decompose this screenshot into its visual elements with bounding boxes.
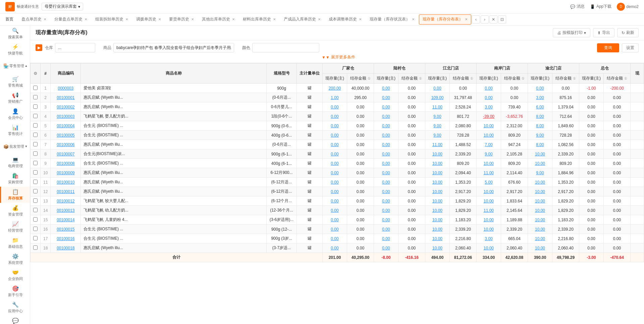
expand-conditions-btn[interactable]: ▼▼ 展开更多条件 — [322, 54, 355, 60]
tab-sub-inventory[interactable]: 分量盘点单历史 ✕ — [51, 14, 91, 25]
tab-close-icon[interactable]: ✕ — [273, 17, 276, 21]
store-selector[interactable]: 母婴行业演示库套 ▾ — [42, 3, 83, 10]
filter-toggle-btn[interactable]: ▶ — [36, 44, 42, 51]
tab-close-icon[interactable]: ✕ — [232, 17, 235, 21]
total-extra — [631, 253, 644, 262]
tab-inventory-history[interactable]: 盘点单历史 ✕ — [18, 14, 50, 25]
cell-checkbox[interactable] — [31, 168, 41, 178]
cell-checkbox[interactable] — [31, 84, 41, 93]
total-changjia-cur: 201.00 — [323, 253, 347, 262]
cell-checkbox[interactable] — [31, 131, 41, 140]
sidebar-item-guide[interactable]: 🎯 新手引导 — [0, 283, 30, 299]
sidebar-item-marketing[interactable]: 📢 营销推广 — [0, 90, 30, 106]
tab-stock-distribution[interactable]: 现存量（库存分布表） ✕ — [419, 14, 471, 25]
tab-assemble[interactable]: 组装拆卸单历史 ✕ — [92, 14, 132, 25]
cell-num: 9 — [41, 159, 51, 168]
app-download-btn[interactable]: 📱 App下载 — [590, 4, 611, 9]
cell-jiangbei-cur: 109.00 — [425, 93, 450, 102]
sidebar-item-operations[interactable]: 📈 经营管理 — [0, 219, 30, 235]
sidebar-label: 系统管理 — [8, 260, 23, 265]
tab-home[interactable]: 首页 — [2, 14, 17, 25]
sidebar-item-retail-stats[interactable]: 📊 零售统计 — [0, 122, 30, 138]
sidebar-item-wholesale[interactable]: 📦 批发管理 ▼ — [0, 138, 30, 154]
refresh-btn[interactable]: ↻ 刷新 — [617, 28, 639, 37]
total-yubei-amt: 49,798.29 — [552, 253, 579, 262]
cell-unit: 罐 — [297, 112, 323, 121]
tab-close-icon[interactable]: ✕ — [412, 17, 415, 21]
tab-nav-prev[interactable]: ‹ — [472, 15, 480, 24]
tab-close-icon[interactable]: ✕ — [191, 17, 194, 21]
cell-changjia-amt: 40,000.00 — [347, 84, 374, 93]
cell-yubei-amt: 809.20 — [552, 159, 579, 168]
tab-stock-status[interactable]: 现存量（库存状况表） ✕ — [366, 14, 418, 25]
message-btn[interactable]: 💬 消息 — [570, 4, 585, 9]
cell-checkbox[interactable] — [31, 206, 41, 215]
cell-num: 11 — [41, 178, 51, 187]
cell-checkbox[interactable] — [31, 178, 41, 187]
tab-transfer[interactable]: 调拨单历史 ✕ — [132, 14, 165, 25]
color-input[interactable] — [252, 43, 319, 52]
sidebar-item-mall[interactable]: 🛒 零售商城 — [0, 74, 30, 90]
query-btn[interactable]: 查询 — [597, 43, 619, 52]
cell-checkbox[interactable] — [31, 102, 41, 112]
tab-close-icon[interactable]: ✕ — [44, 17, 46, 21]
arrow-icon: ▲ — [25, 64, 28, 67]
cell-checkbox[interactable] — [31, 225, 41, 234]
tab-label: 现存量（库存分布表） — [423, 16, 463, 22]
cell-checkbox[interactable] — [31, 234, 41, 243]
tab-other-out[interactable]: 其他出库单历史 ✕ — [198, 14, 238, 25]
th-settings[interactable]: ⚙ — [31, 63, 41, 84]
tab-close-icon[interactable]: ✕ — [465, 17, 468, 21]
cell-lucun-cur: 0.00 — [374, 140, 398, 149]
sidebar-item-finance[interactable]: 💰 资金管理 — [0, 203, 30, 219]
tab-close-icon[interactable]: ✕ — [125, 17, 128, 21]
sidebar-item-basic-info[interactable]: 📁 基础信息 — [0, 235, 30, 251]
sidebar-item-search[interactable]: 🔍 搜索英单 — [0, 26, 30, 42]
tab-close-icon[interactable]: ✕ — [85, 17, 87, 21]
cell-checkbox[interactable] — [31, 121, 41, 131]
cell-checkbox[interactable] — [31, 93, 41, 102]
cell-code: 00100004 — [51, 121, 81, 131]
cell-checkbox[interactable] — [31, 243, 41, 253]
print-btn[interactable]: 🖨 按模版打印 ▾ — [553, 28, 590, 37]
sidebar-item-quicknav[interactable]: ⚡ 快捷导航 — [0, 42, 30, 58]
cell-checkbox[interactable] — [31, 149, 41, 159]
tab-cost-adjust[interactable]: 成本调整单历史 ✕ — [325, 14, 365, 25]
export-btn[interactable]: ⬆ 导出 — [593, 28, 614, 37]
cell-checkbox[interactable] — [31, 187, 41, 196]
cell-checkbox[interactable] — [31, 112, 41, 121]
goods-input[interactable] — [113, 43, 234, 52]
sidebar-item-member[interactable]: 👤 会员中心 — [0, 106, 30, 122]
sidebar-item-purchase[interactable]: 🛍️ 采购管理 — [0, 171, 30, 187]
warehouse-input[interactable] — [55, 43, 95, 52]
sidebar-item-collab[interactable]: 🤝 企业协同 — [0, 267, 30, 283]
tab-close-icon[interactable]: ✕ — [318, 17, 321, 21]
cell-total-amt: 0.00 — [604, 168, 631, 178]
tab-nav-close[interactable]: ✕ — [489, 15, 497, 24]
setting-btn[interactable]: 设置 — [622, 43, 639, 52]
sidebar-label: 资金管理 — [8, 212, 23, 217]
sidebar-item-ecommerce[interactable]: 💻 电商管理 — [0, 154, 30, 171]
user-menu[interactable]: D demo2 — [617, 3, 639, 11]
tab-material-out[interactable]: 材料出库单历史 ✕ — [239, 14, 279, 25]
cell-changjia-amt: 0.00 — [347, 112, 374, 121]
tab-product-in[interactable]: 产成品入库单历史 ✕ — [280, 14, 324, 25]
cell-code: 00100002 — [51, 102, 81, 112]
tab-close-icon[interactable]: ✕ — [158, 17, 161, 21]
cell-name: 飞鹤星飞帆 较大婴儿配... — [81, 196, 267, 206]
sidebar-item-system[interactable]: ⚙️ 系统管理 — [0, 251, 30, 267]
sidebar-item-apps[interactable]: 🔧 应用中心 — [0, 299, 30, 316]
sidebar-item-inventory[interactable]: 📋 库存核算 — [0, 187, 30, 203]
sidebar-item-retail-mgmt[interactable]: 🏪 零售管理 ▲ — [0, 58, 30, 74]
sidebar-item-wechat[interactable]: 💬 企业微信 — [0, 316, 30, 324]
tab-nav-expand[interactable]: ⊡ — [498, 15, 506, 24]
tab-close-icon[interactable]: ✕ — [359, 17, 362, 21]
cell-checkbox[interactable] — [31, 196, 41, 206]
tab-requisition[interactable]: 要货单历史 ✕ — [165, 14, 198, 25]
tab-nav-next[interactable]: › — [481, 15, 489, 24]
cell-checkbox[interactable] — [31, 159, 41, 168]
cell-num: 6 — [41, 131, 51, 140]
cell-checkbox[interactable] — [31, 140, 41, 149]
settings-icon[interactable]: ⚙ — [34, 71, 37, 76]
cell-checkbox[interactable] — [31, 215, 41, 225]
